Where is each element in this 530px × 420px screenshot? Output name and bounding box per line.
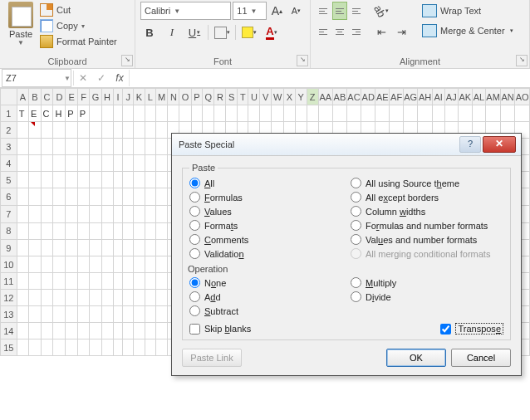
cell[interactable] <box>90 273 101 290</box>
enter-formula-button[interactable]: ✓ <box>92 70 110 86</box>
radio-option[interactable]: Formulas and number formats <box>351 220 503 231</box>
column-header[interactable]: L <box>145 89 155 105</box>
cell[interactable] <box>53 155 66 172</box>
cell[interactable] <box>134 240 145 256</box>
orientation-button[interactable]: ab▾ <box>372 2 390 20</box>
skip-blanks-checkbox[interactable]: Skip blanks <box>189 324 251 335</box>
cell[interactable]: P <box>77 105 90 122</box>
column-header[interactable]: V <box>260 89 272 105</box>
radio-option[interactable]: Values <box>189 206 342 217</box>
cell[interactable] <box>260 105 272 122</box>
cell[interactable] <box>113 139 123 155</box>
cell[interactable] <box>284 105 296 122</box>
cell[interactable] <box>134 172 145 188</box>
align-center-button[interactable] <box>332 22 347 41</box>
select-all-corner[interactable] <box>1 89 17 105</box>
cell[interactable] <box>403 105 418 122</box>
cell[interactable] <box>113 273 123 290</box>
cell[interactable] <box>472 105 485 122</box>
cell[interactable] <box>134 273 145 290</box>
radio-option[interactable]: Values and number formats <box>351 234 503 245</box>
cell[interactable] <box>168 105 179 122</box>
cell[interactable] <box>123 105 134 122</box>
cell[interactable] <box>113 188 123 206</box>
cell[interactable] <box>29 188 42 206</box>
cell[interactable]: H <box>53 105 66 122</box>
transpose-checkbox[interactable]: Transpose <box>440 323 503 335</box>
format-painter-button[interactable]: Format Painter <box>40 35 117 48</box>
cell[interactable] <box>123 139 134 155</box>
cell[interactable] <box>53 188 66 206</box>
cell[interactable] <box>77 306 90 323</box>
cell[interactable] <box>486 105 501 122</box>
column-header[interactable]: K <box>134 89 145 105</box>
cell[interactable] <box>361 105 375 122</box>
cell[interactable] <box>17 155 28 172</box>
cell[interactable] <box>53 122 66 139</box>
cell[interactable] <box>29 222 42 240</box>
cell[interactable] <box>134 155 145 172</box>
cell[interactable] <box>113 222 123 240</box>
cell[interactable] <box>29 339 42 356</box>
cell[interactable] <box>318 105 332 122</box>
cell[interactable] <box>145 172 155 188</box>
row-header[interactable]: 12 <box>1 290 17 306</box>
cell[interactable] <box>155 323 167 339</box>
row-header[interactable]: 3 <box>1 139 17 155</box>
cell[interactable] <box>145 240 155 256</box>
cell[interactable] <box>53 205 66 222</box>
cell[interactable] <box>113 105 123 122</box>
column-header[interactable]: W <box>272 89 284 105</box>
cell[interactable] <box>17 306 28 323</box>
column-header[interactable]: AD <box>361 89 375 105</box>
paste-button[interactable]: Paste ▼ <box>5 2 37 48</box>
cell[interactable] <box>134 339 145 356</box>
row-header[interactable]: 15 <box>1 339 17 356</box>
grow-font-button[interactable]: A▴ <box>268 2 286 20</box>
radio-option[interactable]: Comments <box>189 234 342 245</box>
cell[interactable] <box>29 240 42 256</box>
column-header[interactable]: R <box>214 89 226 105</box>
cell[interactable] <box>17 205 28 222</box>
cell[interactable] <box>113 306 123 323</box>
cell[interactable] <box>432 105 444 122</box>
italic-button[interactable]: I <box>163 23 181 42</box>
cell[interactable] <box>101 290 113 306</box>
cell[interactable] <box>41 172 53 188</box>
cell[interactable] <box>41 290 53 306</box>
column-header[interactable]: AN <box>500 89 514 105</box>
cell[interactable] <box>238 105 248 122</box>
cell[interactable] <box>77 188 90 206</box>
cell[interactable] <box>123 205 134 222</box>
cell[interactable] <box>179 105 191 122</box>
column-header[interactable]: Z <box>307 89 318 105</box>
column-header[interactable]: AI <box>432 89 444 105</box>
cell[interactable] <box>113 290 123 306</box>
column-header[interactable]: F <box>77 89 90 105</box>
cell[interactable] <box>41 222 53 240</box>
cell[interactable] <box>134 306 145 323</box>
cell[interactable] <box>145 222 155 240</box>
cell[interactable] <box>155 256 167 273</box>
cell[interactable] <box>145 155 155 172</box>
radio-option[interactable]: All <box>189 178 342 188</box>
cell[interactable] <box>29 323 42 339</box>
radio-option[interactable]: Validation <box>189 248 342 259</box>
shrink-font-button[interactable]: A▾ <box>287 2 305 20</box>
align-top-button[interactable] <box>316 2 331 20</box>
column-header[interactable]: AF <box>390 89 404 105</box>
cell[interactable] <box>145 122 155 139</box>
cell[interactable] <box>145 105 155 122</box>
cell[interactable] <box>145 205 155 222</box>
cell[interactable] <box>41 240 53 256</box>
cell[interactable] <box>90 222 101 240</box>
cell[interactable] <box>66 188 78 206</box>
cell[interactable] <box>123 323 134 339</box>
cell[interactable] <box>77 273 90 290</box>
cell[interactable] <box>123 155 134 172</box>
column-header[interactable]: G <box>90 89 101 105</box>
cell[interactable] <box>134 222 145 240</box>
cell[interactable] <box>155 122 167 139</box>
column-header[interactable]: U <box>248 89 260 105</box>
cell[interactable] <box>155 339 167 356</box>
